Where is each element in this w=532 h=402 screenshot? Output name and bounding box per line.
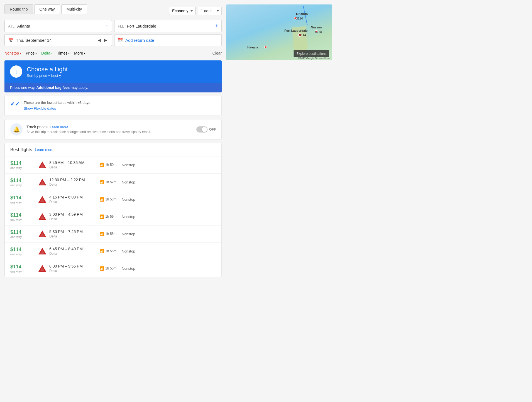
origin-name: Atlanta — [17, 24, 30, 28]
wifi-icon: 📶 — [99, 232, 104, 236]
flight-stops: Nonstop — [122, 249, 150, 253]
flight-stops: Nonstop — [122, 266, 150, 271]
orlando-price: $114 — [296, 17, 303, 20]
download-circle: ↓ — [10, 65, 22, 78]
best-flights-learn-more[interactable]: Learn more — [35, 148, 53, 152]
orlando-label: Orlando — [296, 12, 308, 16]
sort-caret[interactable]: ▾ — [59, 73, 61, 78]
price-label: one way — [10, 235, 35, 239]
price-amount: $114 — [10, 229, 35, 235]
flight-times: 8:45 AM – 10:35 AM Delta — [49, 160, 99, 169]
times-caret: ▾ — [68, 52, 70, 55]
price-label: one way — [10, 183, 35, 187]
more-label: More — [74, 51, 83, 55]
flight-price: $114 one way — [10, 264, 35, 273]
fares-info: These are the lowest fares within ±3 day… — [24, 100, 90, 112]
more-filter[interactable]: More ▾ — [74, 50, 85, 57]
right-panel: Orlando $114 Fort Lauderdale $114 Nassau… — [226, 4, 528, 281]
track-prices-toggle[interactable]: OFF — [196, 126, 216, 133]
flight-airline-logo — [35, 229, 49, 238]
duration: 1h 55m — [105, 249, 116, 253]
time-range: 8:00 PM – 9:55 PM — [49, 264, 99, 268]
passengers-select[interactable]: 1 adult 2 adults 3 adults — [198, 7, 222, 15]
flight-wifi: 📶 1h 52m — [99, 180, 122, 184]
airline-name: Delta — [49, 200, 99, 204]
more-caret: ▾ — [84, 52, 85, 55]
flight-stops: Nonstop — [122, 197, 150, 202]
nonstop-caret: ▾ — [20, 52, 21, 55]
airline-name: Delta — [49, 234, 99, 238]
banner-subtitle: Sort by price + best ▾ — [27, 73, 68, 78]
time-range: 12:30 PM – 2:22 PM — [49, 178, 99, 182]
havana-dot — [264, 46, 267, 48]
wifi-icon: 📶 — [99, 266, 104, 271]
wifi-icon: 📶 — [99, 197, 104, 202]
map-container[interactable]: Orlando $114 Fort Lauderdale $114 Nassau… — [226, 4, 332, 60]
flight-row[interactable]: $114 one way 8:45 AM – 10:35 AM Delta 📶 … — [5, 156, 221, 174]
banner-title: Choose a flight — [27, 66, 68, 73]
date-fields: 📅 Thu, September 14 ◀ ▶ 📅 Add return dat… — [4, 34, 222, 46]
clear-filters-button[interactable]: Clear — [213, 51, 222, 55]
date-next-button[interactable]: ▶ — [103, 37, 108, 43]
map-background: Orlando $114 Fort Lauderdale $114 Nassau… — [226, 4, 332, 60]
explore-destinations-button[interactable]: Explore destinations — [294, 50, 329, 57]
flight-row[interactable]: $114 one way 12:30 PM – 2:22 PM Delta 📶 … — [5, 174, 221, 191]
fort-lauderdale-price: $114 — [299, 33, 306, 37]
origin-field[interactable]: ATL Atlanta + — [4, 20, 112, 32]
sort-label-text: Sort by price + best — [27, 73, 59, 78]
bag-fees-link[interactable]: Additional bag fees — [36, 85, 70, 90]
price-amount: $114 — [10, 195, 35, 201]
cabin-class-select[interactable]: Economy Business First — [169, 7, 196, 15]
flight-price: $114 one way — [10, 178, 35, 187]
airline-filter[interactable]: Delta ▾ — [41, 50, 53, 57]
airline-name: Delta — [49, 252, 99, 256]
time-range: 3:00 PM – 4:59 PM — [49, 212, 99, 217]
date-prev-button[interactable]: ◀ — [97, 37, 102, 43]
airline-label: Delta — [41, 51, 50, 55]
wifi-icon: 📶 — [99, 180, 104, 184]
price-amount: $114 — [10, 264, 35, 270]
flight-row[interactable]: $114 one way 8:00 PM – 9:55 PM Delta 📶 1… — [5, 260, 221, 277]
flight-wifi: 📶 1h 55m — [99, 232, 122, 236]
track-title-label: Track prices — [26, 125, 48, 129]
depart-date-field[interactable]: 📅 Thu, September 14 ◀ ▶ — [4, 34, 112, 46]
depart-date-text: Thu, September 14 — [16, 38, 94, 43]
time-range: 4:15 PM – 6:08 PM — [49, 195, 99, 199]
return-date-field[interactable]: 📅 Add return date — [114, 34, 222, 46]
flexible-dates-link[interactable]: Show Flexible dates — [24, 106, 56, 111]
filter-row: Nonstop ▾ Price ▾ Delta ▾ Times ▾ More ▾… — [4, 50, 222, 57]
flight-row[interactable]: $114 one way 5:30 PM – 7:25 PM Delta 📶 1… — [5, 225, 221, 243]
times-filter[interactable]: Times ▾ — [57, 50, 70, 57]
destination-field[interactable]: FLL Fort Lauderdale + — [114, 20, 222, 32]
origin-code: ATL — [8, 24, 14, 28]
flight-wifi: 📶 1h 53m — [99, 197, 122, 202]
times-label: Times — [57, 51, 68, 55]
one-way-button[interactable]: One way — [34, 4, 60, 14]
flight-price: $114 one way — [10, 160, 35, 170]
price-filter[interactable]: Price ▾ — [26, 50, 37, 57]
airline-name: Delta — [49, 165, 99, 169]
duration: 1h 52m — [105, 180, 116, 184]
price-amount: $114 — [10, 178, 35, 183]
flight-stops: Nonstop — [122, 163, 150, 167]
multi-city-button[interactable]: Multi-city — [61, 4, 87, 14]
airline-name: Delta — [49, 217, 99, 221]
airline-name: Delta — [49, 183, 99, 187]
flight-wifi: 📶 1h 55m — [99, 249, 122, 253]
date-nav: ◀ ▶ — [97, 37, 108, 43]
round-trip-button[interactable]: Round trip — [4, 4, 33, 14]
havana-label: Havana — [247, 46, 258, 49]
destination-add-button[interactable]: + — [215, 23, 218, 29]
flight-times: 5:30 PM – 7:25 PM Delta — [49, 229, 99, 238]
track-learn-more-link[interactable]: Learn more — [50, 125, 68, 129]
flight-airline-logo — [35, 247, 49, 256]
nonstop-filter[interactable]: Nonstop ▾ — [4, 50, 21, 57]
track-prices-card: 🔔 Track prices Learn more Save this trip… — [4, 119, 222, 140]
duration: 1h 50m — [105, 163, 116, 167]
flight-row[interactable]: $114 one way 6:45 PM – 8:40 PM Delta 📶 1… — [5, 243, 221, 260]
toggle-track[interactable] — [196, 126, 208, 133]
price-label: one way — [10, 253, 35, 256]
origin-add-button[interactable]: + — [105, 23, 108, 29]
flight-row[interactable]: $114 one way 4:15 PM – 6:08 PM Delta 📶 1… — [5, 191, 221, 208]
flight-row[interactable]: $114 one way 3:00 PM – 4:59 PM Delta 📶 1… — [5, 208, 221, 225]
